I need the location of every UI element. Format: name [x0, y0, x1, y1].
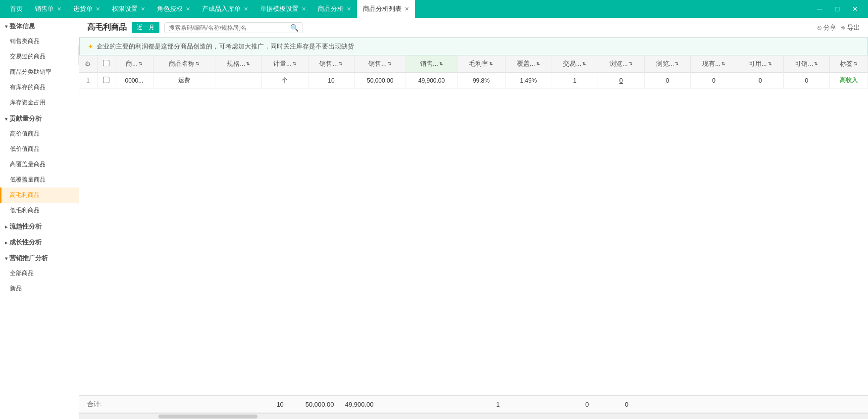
- nav-role-auth[interactable]: 角色授权 ✕: [151, 0, 196, 18]
- col-header-available[interactable]: 可用... ⇅: [737, 55, 783, 73]
- search-icon[interactable]: 🔍: [290, 24, 299, 32]
- sort-icon: ⇅: [293, 61, 297, 66]
- col-header-checkbox[interactable]: [97, 55, 115, 73]
- footer-sales-qty: 10: [260, 401, 300, 408]
- nav-product-inbound[interactable]: 产成品入库单 ✕: [196, 0, 254, 18]
- close-product-inbound-icon[interactable]: ✕: [244, 6, 248, 12]
- sidebar-group-marketing[interactable]: ▾ 营销推广分析: [0, 250, 79, 266]
- footer-available: 0: [607, 401, 647, 408]
- search-input[interactable]: [169, 24, 290, 31]
- sidebar-group-trend[interactable]: ▸ 流趋性分析: [0, 218, 79, 234]
- table-row: 1 0000... 运费 个 10 50,000.00 49,900.00 99…: [79, 73, 868, 89]
- col-header-coverage[interactable]: 覆盖... ⇅: [505, 55, 552, 73]
- maximize-button[interactable]: □: [828, 0, 846, 18]
- col-header-transaction[interactable]: 交易... ⇅: [552, 55, 598, 73]
- footer-transaction: 1: [478, 401, 518, 408]
- row-code: 0000...: [115, 73, 153, 89]
- row-sales-amount: 50,000.00: [355, 73, 406, 89]
- sidebar-group-growth[interactable]: ▸ 成长性分析: [0, 234, 79, 250]
- nav-sales-order[interactable]: 销售单 ✕: [29, 0, 67, 18]
- sidebar-item-high-margin[interactable]: 高毛利商品: [0, 187, 79, 203]
- sort-icon: ⇅: [536, 61, 540, 66]
- col-header-unit[interactable]: 计量... ⇅: [262, 55, 308, 73]
- nav-permission-settings[interactable]: 权限设置 ✕: [106, 0, 151, 18]
- nav-product-analysis[interactable]: 商品分析 ✕: [312, 0, 357, 18]
- close-product-analysis-list-icon[interactable]: ✕: [405, 6, 409, 12]
- footer-cells: 10 50,000.00 49,900.00 1 0 0: [112, 401, 860, 408]
- share-button[interactable]: ⎋ 分享: [817, 23, 836, 32]
- col-header-gross-margin[interactable]: 毛利率 ⇅: [457, 55, 505, 73]
- footer-sales-cost: 49,900.00: [340, 401, 379, 408]
- sidebar-item-category-rate[interactable]: 商品分类助销率: [0, 64, 79, 80]
- col-header-name[interactable]: 商品名称 ⇅: [153, 55, 215, 73]
- sidebar-group-contribution[interactable]: ▾ 贡献量分析: [0, 110, 79, 126]
- close-template-settings-icon[interactable]: ✕: [302, 6, 306, 12]
- col-header-sales-qty[interactable]: 销售... ⇅: [308, 55, 355, 73]
- row-spec: [215, 73, 262, 89]
- nav-purchase-order[interactable]: 进货单 ✕: [67, 0, 106, 18]
- table-header-row: ⚙ 商... ⇅ 商品名称: [79, 55, 868, 73]
- page-title: 高毛利商品: [87, 22, 127, 33]
- footer-empty3: [518, 401, 567, 408]
- close-permission-settings-icon[interactable]: ✕: [141, 6, 145, 12]
- sidebar-item-low-coverage[interactable]: 低覆盖量商品: [0, 172, 79, 187]
- sort-icon: ⇅: [139, 61, 143, 66]
- sidebar-item-stock-capital[interactable]: 库存资金占用: [0, 95, 79, 110]
- col-header-settings[interactable]: ⚙: [79, 55, 97, 73]
- minimize-button[interactable]: ─: [811, 0, 828, 18]
- close-product-analysis-icon[interactable]: ✕: [347, 6, 351, 12]
- sidebar-item-all-products[interactable]: 全部商品: [0, 266, 79, 281]
- nav-home[interactable]: 首页: [4, 0, 29, 18]
- col-header-current-stock[interactable]: 现有... ⇅: [691, 55, 737, 73]
- col-header-saleable[interactable]: 可销... ⇅: [783, 55, 830, 73]
- select-all-checkbox[interactable]: [103, 60, 109, 66]
- nav-template-settings[interactable]: 单据模板设置 ✕: [254, 0, 312, 18]
- footer-current-stock: 0: [567, 401, 607, 408]
- sidebar-item-traded-products[interactable]: 交易过的商品: [0, 49, 79, 64]
- col-header-sales-amount[interactable]: 销售... ⇅: [355, 55, 406, 73]
- sidebar-item-sales-products[interactable]: 销售类商品: [0, 34, 79, 49]
- col-header-sales-cost[interactable]: 销售... ⇅: [406, 55, 458, 73]
- horizontal-scrollbar[interactable]: [79, 413, 868, 419]
- sort-icon: ⇅: [388, 61, 392, 66]
- settings-icon[interactable]: ⚙: [85, 60, 91, 68]
- close-sales-order-icon[interactable]: ✕: [57, 6, 61, 12]
- sort-icon: ⇅: [582, 61, 586, 66]
- close-role-auth-icon[interactable]: ✕: [186, 6, 190, 12]
- col-header-spec[interactable]: 规格... ⇅: [215, 55, 262, 73]
- sidebar-item-low-value[interactable]: 低价值商品: [0, 141, 79, 157]
- col-header-browse1[interactable]: 浏览... ⇅: [598, 55, 645, 73]
- row-gross-margin: 99.8%: [457, 73, 505, 89]
- row-saleable: 0: [783, 73, 830, 89]
- sidebar-group-overall[interactable]: ▾ 整体信息: [0, 18, 79, 34]
- sort-icon: ⇅: [768, 61, 772, 66]
- export-button[interactable]: ⎆ 导出: [841, 23, 860, 32]
- sidebar-item-high-coverage[interactable]: 高覆盖量商品: [0, 157, 79, 172]
- footer-empty2: [379, 401, 478, 408]
- row-unit: 个: [262, 73, 308, 89]
- row-browse1[interactable]: 0: [598, 73, 645, 89]
- row-num: 1: [79, 73, 97, 89]
- row-checkbox[interactable]: [97, 73, 115, 89]
- sort-icon: ⇅: [629, 61, 633, 66]
- content-area: 高毛利商品 近一月 🔍 ⎋ 分享 ⎆ 导出 ✦ 企业的主要的利润都是这部分商品创…: [79, 18, 868, 419]
- close-purchase-order-icon[interactable]: ✕: [96, 6, 100, 12]
- sort-icon: ⇅: [721, 61, 725, 66]
- sidebar-item-in-stock[interactable]: 有库存的商品: [0, 80, 79, 95]
- col-header-code[interactable]: 商... ⇅: [115, 55, 153, 73]
- period-button[interactable]: 近一月: [132, 22, 159, 33]
- col-header-tag[interactable]: 标签 ⇅: [830, 55, 868, 73]
- nav-product-analysis-list[interactable]: 商品分析列表 ✕: [357, 0, 415, 18]
- sort-icon: ⇅: [339, 61, 343, 66]
- row-transaction: 1: [552, 73, 598, 89]
- sidebar-item-high-value[interactable]: 高价值商品: [0, 126, 79, 141]
- sidebar-item-low-margin[interactable]: 低毛利商品: [0, 203, 79, 218]
- col-header-browse2[interactable]: 浏览... ⇅: [644, 55, 691, 73]
- window-close-button[interactable]: ✕: [846, 0, 864, 18]
- sort-icon: ⇅: [439, 61, 443, 66]
- sort-icon: ⇅: [854, 61, 858, 66]
- sidebar-item-new-products[interactable]: 新品: [0, 281, 79, 296]
- sidebar: « ▾ 整体信息 销售类商品 交易过的商品 商品分类助销率 有库存的商品 库存资…: [0, 18, 79, 419]
- sort-icon: ⇅: [489, 61, 493, 66]
- scroll-thumb[interactable]: [158, 415, 257, 419]
